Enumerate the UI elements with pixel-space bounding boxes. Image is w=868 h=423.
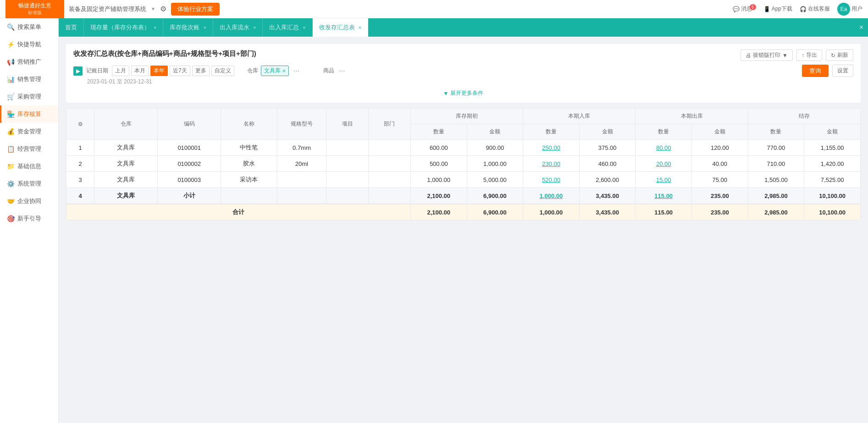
cell-in-qty-1[interactable]: 250.00	[523, 140, 580, 156]
cell-dept-1	[369, 140, 411, 156]
th-settings[interactable]: ⚙	[66, 109, 94, 140]
sidebar-item-cooperation[interactable]: 🤝 企业协同	[0, 192, 58, 210]
th-in-amt: 金额	[579, 124, 636, 140]
tab-in-out-summary[interactable]: 出入库汇总 ×	[263, 18, 312, 37]
cell-subtotal-in-qty[interactable]: 1,000.00	[523, 188, 580, 204]
cell-total-out-amt: 235.00	[692, 204, 748, 220]
cell-out-qty-3[interactable]: 15.00	[636, 172, 692, 188]
sidebar-label-newbie: 新手引导	[17, 214, 41, 223]
top-bar-left: 畅捷通好生意 标准版 装备及固定资产辅助管理系统 ▼ ⚙ 体验行业方案	[6, 0, 220, 18]
date-btn-last-month[interactable]: 上月	[112, 66, 129, 76]
online-service-button[interactable]: 🎧 在线客服	[800, 5, 830, 13]
sidebar-item-system[interactable]: ⚙️ 系统管理	[0, 175, 58, 192]
expand-more-button[interactable]: ▼ 展开更多条件	[443, 89, 484, 97]
marketing-icon: 📢	[7, 58, 15, 66]
cell-dept-3	[369, 172, 411, 188]
app-logo: 畅捷通好生意 标准版	[6, 0, 64, 18]
query-button[interactable]: 查询	[802, 65, 829, 77]
th-opening-group: 库存期初	[410, 109, 523, 124]
sidebar-item-marketing[interactable]: 📢 营销推广	[0, 53, 58, 71]
warehouse-tag-close[interactable]: ×	[282, 68, 286, 74]
th-out-qty: 数量	[636, 124, 692, 140]
sidebar-item-finance[interactable]: 💰 资金管理	[0, 123, 58, 140]
sidebar-item-inventory[interactable]: 🏪 库存核算	[0, 105, 58, 123]
sidebar-item-business[interactable]: 📋 经营管理	[0, 140, 58, 158]
print-button[interactable]: 🖨 拔锁版打印 ▼	[741, 49, 793, 61]
sidebar-item-sales[interactable]: 📊 销售管理	[0, 71, 58, 88]
cell-subtotal-label: 小计	[158, 188, 221, 204]
table-settings-button[interactable]: 设置	[832, 65, 853, 77]
user-button[interactable]: Ea 用户	[837, 3, 862, 16]
date-btn-more[interactable]: 更多	[192, 66, 210, 76]
cell-in-amt-2: 460.00	[579, 156, 636, 172]
total-row: 合计 2,100.00 6,900.00 1,000.00 3,435.00 1…	[66, 204, 861, 220]
settings-gear-icon[interactable]: ⚙	[160, 5, 166, 13]
sidebar-item-basic-info[interactable]: 📁 基础信息	[0, 158, 58, 175]
tab-in-out-summary-close[interactable]: ×	[303, 25, 305, 30]
experience-button[interactable]: 体验行业方案	[171, 3, 220, 16]
th-project: 项目	[326, 109, 369, 140]
cell-warehouse-2: 文具库	[94, 156, 158, 172]
table-row: 2 文具库 0100002 胶水 20ml 500.00 1,000.00 23…	[66, 156, 861, 172]
cell-closing-qty-1: 770.00	[748, 140, 804, 156]
tab-batch-account[interactable]: 库存批次账 ×	[163, 18, 213, 37]
tab-in-out-flow-close[interactable]: ×	[253, 25, 256, 30]
page-header: 收发存汇总表(按仓库+商品编码+商品+规格型号+项目+部门) 🖨 拔锁版打印 ▼…	[66, 44, 861, 103]
tab-receive-send-close[interactable]: ×	[359, 25, 361, 30]
data-table: ⚙ 仓库 编码 名称 规格型号 项目 部门 库存期初 本期入库 本期出库 结存	[66, 108, 861, 220]
sidebar-label-system: 系统管理	[17, 180, 41, 188]
sidebar-item-quick-nav[interactable]: ⚡ 快捷导航	[0, 36, 58, 53]
cell-no-3: 3	[66, 172, 94, 188]
date-btn-custom[interactable]: 自定义	[211, 66, 234, 76]
messages-button[interactable]: 💬 消息 6	[733, 5, 756, 13]
date-btn-7days[interactable]: 近7天	[170, 66, 190, 76]
goods-more-dots[interactable]: ···	[337, 67, 347, 75]
sidebar-label-basic-info: 基础信息	[17, 162, 41, 170]
cell-in-qty-2[interactable]: 230.00	[523, 156, 580, 172]
top-bar: 畅捷通好生意 标准版 装备及固定资产辅助管理系统 ▼ ⚙ 体验行业方案 💬 消息…	[0, 0, 868, 18]
tab-inventory-dist[interactable]: 现存量（库存分布表） ×	[84, 18, 163, 37]
date-btn-this-month[interactable]: 本月	[131, 66, 149, 76]
cell-total-closing-qty: 2,985.00	[748, 204, 804, 220]
tab-batch-account-close[interactable]: ×	[203, 25, 206, 30]
date-filters: 上月 本月 本年 近7天 更多 自定义	[112, 66, 234, 76]
gear-icon: ⚙️	[7, 180, 15, 187]
sidebar-label-marketing: 营销推广	[17, 58, 41, 66]
cell-total-opening-amt: 6,900.00	[467, 204, 523, 220]
search-icon: 🔍	[7, 23, 15, 31]
refresh-button[interactable]: ↻ 刷新	[826, 49, 853, 61]
close-all-tabs-button[interactable]: ×	[859, 23, 863, 31]
cell-in-qty-3[interactable]: 520.00	[523, 172, 580, 188]
system-title-dropdown[interactable]: ▼	[151, 6, 155, 11]
warehouse-more-dots[interactable]: ···	[292, 67, 301, 75]
cell-total-out-qty: 115.00	[636, 204, 692, 220]
cell-opening-amt-1: 900.00	[467, 140, 523, 156]
th-spec: 规格型号	[277, 109, 326, 140]
cooperation-icon: 🤝	[7, 198, 15, 205]
table-row: 3 文具库 0100003 采访本 1,000.00 5,000.00 520.…	[66, 172, 861, 188]
tab-receive-send-label: 收发存汇总表	[319, 23, 355, 32]
message-icon: 💬	[733, 6, 740, 12]
tab-in-out-flow[interactable]: 出入库流水 ×	[213, 18, 263, 37]
system-title: 装备及固定资产辅助管理系统	[69, 5, 146, 13]
tab-home[interactable]: 首页	[59, 18, 84, 37]
cell-subtotal-out-qty[interactable]: 115.00	[636, 188, 692, 204]
filter-expand-button[interactable]: ▶	[73, 66, 83, 76]
sidebar-item-purchase[interactable]: 🛒 采购管理	[0, 88, 58, 105]
th-opening-amt: 金额	[467, 124, 523, 140]
sidebar-label-finance: 资金管理	[17, 127, 41, 136]
tab-bar-end: ×	[859, 23, 868, 32]
date-btn-this-year[interactable]: 本年	[150, 66, 168, 76]
export-button[interactable]: ↑ 导出	[796, 49, 822, 61]
tab-receive-send-summary[interactable]: 收发存汇总表 ×	[313, 18, 368, 37]
sidebar-item-search[interactable]: 🔍 搜索菜单	[0, 18, 58, 36]
cell-out-qty-2[interactable]: 20.00	[636, 156, 692, 172]
sidebar-label-cooperation: 企业协同	[17, 197, 41, 205]
sidebar-item-newbie[interactable]: 🎯 新手引导	[0, 210, 58, 227]
cell-subtotal-closing-qty: 2,985.00	[748, 188, 804, 204]
cell-subtotal-warehouse: 文具库	[94, 188, 158, 204]
cell-out-qty-1[interactable]: 80.00	[636, 140, 692, 156]
tab-inventory-dist-close[interactable]: ×	[154, 25, 156, 30]
app-download-button[interactable]: 📱 App下载	[763, 5, 792, 13]
th-opening-qty: 数量	[410, 124, 467, 140]
